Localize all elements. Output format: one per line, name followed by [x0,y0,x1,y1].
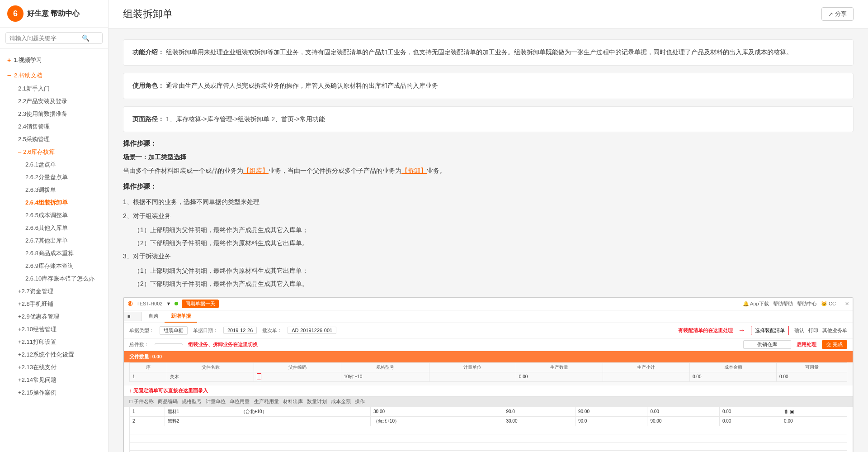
plus-icon-1: + [7,57,11,64]
content-area: 功能介绍： 组装拆卸单用来处理企业组装或拆卸等加工业务，支持有固定装配清单的产品… [108,29,868,452]
td-code-redbox [257,373,261,380]
sim-new-btn[interactable]: 同期单据一天 [182,300,219,308]
sub-table-row-3 [130,426,847,434]
sidebar-item-26[interactable]: –2.6库存核算 [11,146,108,158]
sim-date-input[interactable]: 2019-12-26 [223,327,257,334]
sidebar-item-docs-label: 2.帮助文档 [14,71,42,80]
sim-tabs-row: ≡ 自购 新增单据 [124,310,853,323]
scenario1-title: 场景一：加工类型选择 [123,153,854,162]
sim-batch-label: 批次单： [262,327,282,334]
role-text: 通常由生产人员或库管人员完成拆装业务的操作，库管人员确认原材料的出库和产成品的入… [166,82,438,89]
sidebar-item-27[interactable]: +2.7资金管理 [11,285,108,298]
annot-4: 启用处理 [797,341,816,348]
sidebar-item-25[interactable]: 2.5采购管理 [11,133,108,146]
logo-text: 好生意 帮助中心 [27,9,80,19]
sidebar-item-2610[interactable]: 2.6.10库存账本错了怎么办 [18,272,108,285]
nav-section-1: + 1.视频学习 [0,52,108,68]
sidebar-item-214[interactable]: +2.14常见问题 [11,374,108,386]
sim-doc-type-label: 单据类型： [129,327,154,334]
intro-label: 功能介绍： [132,48,164,56]
ops-section: 操作步骤： 场景一：加工类型选择 当由多个子件材料组装成一个成品的业务为【组装】… [123,139,854,290]
step2-sub1: （1）上部明细为父件明细，最终作为产成品生成其它入库单； [134,224,854,236]
sim-tab-own[interactable]: 自购 [142,310,165,323]
nav-section-2: – 2.帮助文档 2.1新手入门 2.2产品安装及登录 2.3使用前数据准备 2… [0,68,108,400]
link-assembly[interactable]: 【组装】 [243,167,269,174]
sidebar-item-268[interactable]: 2.6.8商品成本重算 [18,247,108,260]
nav-tree: + 1.视频学习 – 2.帮助文档 2.1新手入门 2.2产品安装及登录 2.3… [0,49,108,452]
minus-icon-26: – [18,148,21,155]
sim-warehouse-input[interactable]: 供销仓库 [743,340,791,349]
link-disassembly[interactable]: 【拆卸】 [401,167,427,174]
sidebar-item-265[interactable]: 2.6.5成本调整单 [18,209,108,222]
td-qty-val: 0.00 [516,372,603,381]
sidebar-item-263[interactable]: 2.6.3调拨单 [18,184,108,196]
sim-qty-input[interactable] [155,343,183,345]
sim-confirm-btn[interactable]: 交 完成 [822,340,847,349]
plus-icon-29: + [18,313,22,320]
sim-select-bom-btn[interactable]: 选择装配清单 [751,326,789,335]
sub-table-row-5 [130,442,847,450]
td-seq: 1 [130,372,167,381]
sidebar-item-29[interactable]: +2.9优惠券管理 [11,310,108,323]
step2-sub2: （2）下部明细为子件明细，最终作为原材料生成其它出库单。 [134,238,854,249]
main-header: 组装拆卸单 ↗ 分享 [108,0,868,29]
intro-box: 功能介绍： 组装拆卸单用来处理企业组装或拆卸等加工业务，支持有固定装配清单的产品… [123,39,854,66]
plus-icon-210: + [18,326,22,333]
share-button[interactable]: ↗ 分享 [821,7,854,21]
td-subtotal-val [603,372,689,381]
table-header-row: 序 父件名称 父件编码 规格型号 计量单位 生产数量 生产小计 成本金额 可用量 [130,362,847,372]
sim-tab-new[interactable]: 新增单据 [165,310,197,323]
arrow-1: → [738,326,745,334]
step3: 3、对于拆装业务 [123,251,854,262]
sidebar-item-213[interactable]: +2.13在线支付 [11,361,108,374]
role-box: 使用角色： 通常由生产人员或库管人员完成拆装业务的操作，库管人员确认原材料的出库… [123,73,854,99]
sidebar-item-262[interactable]: 2.6.2分量盘点单 [18,171,108,184]
annot-5: ↑ 无固定清单可以直接在这里面录入 [129,387,208,394]
th-spec: 规格型号 [341,362,429,372]
sidebar-item-21[interactable]: 2.1新手入门 [11,82,108,95]
sim-sub-col-headers: □ 子件名称 商品编码 规格型号 计量单位 单位用量 生产耗用量 材料出库 数量… [129,399,365,404]
sidebar-item-24[interactable]: 2.4销售管理 [11,120,108,133]
scenario1-desc: 当由多个子件材料组装成一个成品的业务为【组装】业务，当由一个父件拆分成多个子产品… [123,165,854,176]
sidebar-item-267[interactable]: 2.6.7其他出库单 [18,234,108,247]
sim-section-label: 父件数量: 0.00 [129,353,162,360]
logo-area: 6 好生意 帮助中心 [0,0,108,28]
minus-icon-2: – [7,71,11,80]
sidebar-item-269[interactable]: 2.6.9库存账本查询 [18,260,108,272]
sidebar-item-210[interactable]: +2.10经营管理 [11,323,108,336]
sim-form-header: 单据类型： 组装单据 单据日期： 2019-12-26 批次单： AD-2019… [124,323,853,338]
th-cost: 成本金额 [690,362,777,372]
sidebar-item-215[interactable]: +2.15操作案例 [11,386,108,399]
sim-sidebar-toggle[interactable]: ≡ [124,312,142,321]
sub-table-row-4 [130,434,847,442]
share-label: 分享 [835,10,847,18]
sidebar-item-23[interactable]: 2.3使用前数据准备 [11,108,108,120]
sim-batch-input[interactable]: AD-20191226-001 [288,327,336,334]
sim-dropdown-icon: ▼ [166,301,171,306]
search-icon[interactable]: 🔍 [82,34,90,42]
sidebar-item-264[interactable]: 2.6.4组装拆卸单 [18,196,108,209]
plus-icon-214: + [18,376,22,383]
sim-company: TEST-H002 [137,301,162,306]
plus-icon-213: + [18,364,22,371]
sidebar-item-docs[interactable]: – 2.帮助文档 [0,69,108,82]
path-label: 页面路径： [132,115,164,123]
sim-close-icon[interactable]: ✕ [845,301,849,307]
sim-doc-type-input[interactable]: 组装单据 [160,326,188,335]
td-cost-val: 0.00 [690,372,777,381]
sidebar-item-261[interactable]: 2.6.1盘点单 [18,158,108,171]
logo-icon: 6 [7,5,24,22]
sim-lower-header: □ 子件名称 商品编码 规格型号 计量单位 单位用量 生产耗用量 材料出库 数量… [124,396,853,407]
sidebar-item-266[interactable]: 2.6.6其他入库单 [18,222,108,234]
sidebar-item-video[interactable]: + 1.视频学习 [0,53,108,67]
sim-sub-form-row: 总件数： 组装业务、拆卸业务在这里切换 供销仓库 启用处理 交 完成 [124,338,853,351]
ops-title: 操作步骤： [123,139,854,148]
sidebar-item-28[interactable]: +2.8手机旺铺 [11,298,108,310]
sidebar-item-22[interactable]: 2.2产品安装及登录 [11,95,108,108]
page-title: 组装拆卸单 [123,7,173,21]
sidebar-item-211[interactable]: +2.11打印设置 [11,336,108,348]
sidebar-item-212[interactable]: +2.12系统个性化设置 [11,348,108,361]
sidebar-item-video-label: 1.视频学习 [14,56,42,64]
sub-table-row-1: 1 黑料1 （台北+10） 30.00 90.0 90.00 0.00 0.00… [130,407,847,416]
search-input[interactable] [9,35,82,42]
